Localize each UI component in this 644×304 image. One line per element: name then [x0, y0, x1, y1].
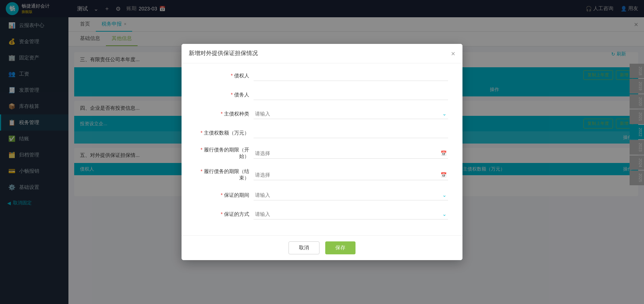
- claim-amount-label: * 主债权数额（万元）: [196, 130, 254, 136]
- debt-end-label: * 履行债务的期限（结束）: [196, 168, 254, 181]
- form-row-debt-end: * 履行债务的期限（结束） 📅: [196, 168, 448, 181]
- guarantee-period-select-wrapper: ⌄: [254, 190, 448, 200]
- claim-type-label: * 主债权种类: [196, 111, 254, 117]
- debt-end-date-wrapper: 📅: [254, 170, 448, 180]
- debt-end-calendar-icon[interactable]: 📅: [439, 172, 448, 178]
- form-row-claim-amount: * 主债权数额（万元）: [196, 128, 448, 138]
- guarantee-period-input[interactable]: [254, 190, 441, 200]
- form-row-guarantee-method: * 保证的方式 ⌄: [196, 209, 448, 219]
- creditor-input[interactable]: [254, 71, 448, 81]
- debt-start-label: * 履行债务的期限（开始）: [196, 147, 254, 160]
- modal-close-button[interactable]: ×: [451, 50, 455, 57]
- modal-footer: 取消 保存: [182, 235, 462, 260]
- guarantee-period-label: * 保证的期间: [196, 192, 254, 199]
- guarantee-period-arrow-icon[interactable]: ⌄: [441, 192, 448, 198]
- modal-header: 新增对外提供保证担保情况 ×: [182, 44, 462, 63]
- debt-end-input[interactable]: [254, 170, 439, 180]
- cancel-button[interactable]: 取消: [289, 241, 319, 254]
- claim-amount-input[interactable]: [254, 128, 448, 138]
- modal-title: 新增对外提供保证担保情况: [189, 50, 258, 57]
- modal-dialog: 新增对外提供保证担保情况 × * 债权人 * 债务人: [182, 44, 462, 260]
- guarantee-method-label: * 保证的方式: [196, 211, 254, 218]
- form-row-debtor: * 债务人: [196, 90, 448, 100]
- debt-start-calendar-icon[interactable]: 📅: [439, 150, 448, 156]
- save-button[interactable]: 保存: [325, 241, 355, 254]
- guarantee-method-select-wrapper: ⌄: [254, 209, 448, 219]
- claim-type-select-wrapper: ⌄: [254, 109, 448, 119]
- form-row-creditor: * 债权人: [196, 71, 448, 81]
- guarantee-method-arrow-icon[interactable]: ⌄: [441, 211, 448, 217]
- claim-type-arrow-icon[interactable]: ⌄: [441, 111, 448, 117]
- modal-body: * 债权人 * 债务人 * 主债权种类: [182, 63, 462, 235]
- debtor-label: * 债务人: [196, 92, 254, 98]
- form-row-guarantee-period: * 保证的期间 ⌄: [196, 190, 448, 200]
- debtor-input[interactable]: [254, 90, 448, 100]
- form-row-claim-type: * 主债权种类 ⌄: [196, 109, 448, 119]
- modal-overlay: 新增对外提供保证担保情况 × * 债权人 * 债务人: [0, 0, 644, 304]
- debt-start-date-wrapper: 📅: [254, 148, 448, 159]
- guarantee-method-input[interactable]: [254, 209, 441, 219]
- form-row-debt-start: * 履行债务的期限（开始） 📅: [196, 147, 448, 160]
- claim-type-input[interactable]: [254, 109, 441, 119]
- creditor-label: * 债权人: [196, 73, 254, 79]
- debt-start-input[interactable]: [254, 148, 439, 158]
